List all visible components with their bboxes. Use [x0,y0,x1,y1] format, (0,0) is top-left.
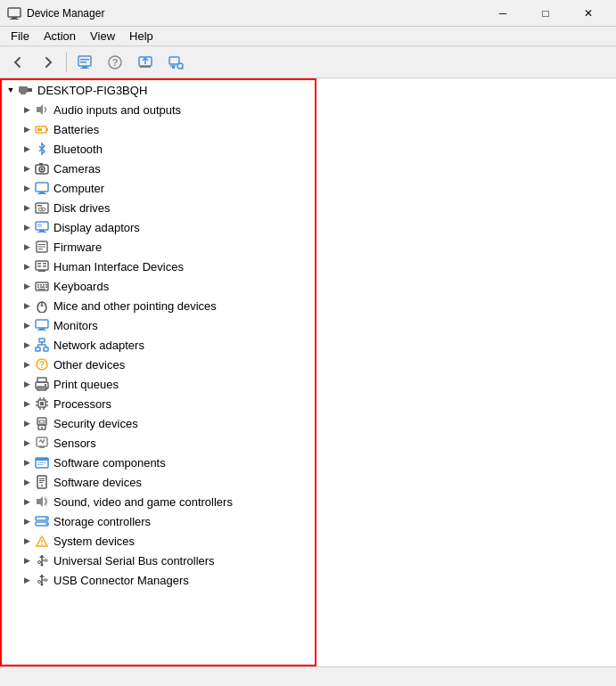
tree-item-system[interactable]: ▶ System devices [2,531,315,551]
mice-arrow[interactable]: ▶ [20,298,34,313]
tree-item-print[interactable]: ▶ Print queues [2,374,315,394]
tree-item-mice[interactable]: ▶ Mice and other pointing devices [2,296,315,315]
usbconn-icon [34,572,50,588]
tree-item-usb[interactable]: ▶ Universal Serial Bus controllers [2,551,315,570]
display-icon [34,219,50,235]
tree-item-keyboards[interactable]: ▶ Keyboards [2,276,315,296]
hid-arrow[interactable]: ▶ [20,259,34,274]
network-arrow[interactable]: ▶ [20,338,34,352]
tree-item-softcomp[interactable]: ▶ Software components [2,453,315,472]
display-arrow[interactable]: ▶ [20,220,34,234]
help-button[interactable]: ? [101,50,129,75]
maximize-button[interactable]: □ [525,0,566,27]
tree-item-sensors[interactable]: ▶ Sensors [2,433,315,453]
svg-rect-67 [44,347,48,351]
tree-item-monitors[interactable]: ▶ Monitors [2,315,315,335]
processors-label: Processors [53,397,111,411]
usb-arrow[interactable]: ▶ [20,553,34,568]
tree-root[interactable]: ▼ DESKTOP-FIG3BQH [2,80,315,100]
softcomp-arrow[interactable]: ▶ [20,455,34,470]
tree-item-audio[interactable]: ▶ Audio inputs and outputs [2,100,315,119]
tree-item-softdev[interactable]: ▶ Software devices [2,472,315,492]
svg-rect-47 [43,263,46,265]
svg-rect-90 [39,421,45,423]
svg-rect-96 [36,458,48,461]
tree-item-security[interactable]: ▶ Security devices [2,413,315,433]
svg-line-17 [182,68,183,69]
svg-text:?: ? [112,57,119,68]
svg-point-103 [41,485,43,486]
storage-label: Storage controllers [53,515,151,528]
svg-rect-38 [37,232,46,233]
tree-item-computer[interactable]: ▶ Computer [2,178,315,198]
svg-rect-101 [39,480,45,481]
svg-marker-120 [39,575,45,577]
root-icon [18,82,34,98]
sound-arrow[interactable]: ▶ [20,494,34,509]
tree-item-sound[interactable]: ▶ Sound, video and game controllers [2,492,315,511]
svg-point-34 [41,208,43,210]
tree-item-cameras[interactable]: ▶ Cameras [2,159,315,178]
svg-rect-63 [39,328,45,330]
softdev-arrow[interactable]: ▶ [20,475,34,489]
tree-item-firmware[interactable]: ▶ Firmware [2,237,315,257]
security-arrow[interactable]: ▶ [20,416,34,430]
svg-rect-0 [8,8,21,17]
mice-icon [34,298,50,314]
properties-button[interactable] [70,50,99,75]
storage-arrow[interactable]: ▶ [20,514,34,528]
security-label: Security devices [53,417,138,430]
sound-icon [34,494,50,510]
tree-item-network[interactable]: ▶ Network adapters [2,335,315,355]
other-label: Other devices [53,358,125,372]
monitors-arrow[interactable]: ▶ [20,318,34,332]
root-expand-arrow[interactable]: ▼ [4,83,18,97]
device-tree-panel[interactable]: ▼ DESKTOP-FIG3BQH ▶ Audio inputs and out… [0,78,316,666]
sensors-arrow[interactable]: ▶ [20,436,34,450]
usbconn-arrow[interactable]: ▶ [20,573,34,587]
other-arrow[interactable]: ▶ [20,357,34,372]
audio-arrow[interactable]: ▶ [20,102,34,117]
tree-item-hid[interactable]: ▶ Human Interface Devices [2,257,315,276]
forward-button[interactable] [34,50,62,75]
tree-item-other[interactable]: ▶ ? Other devices [2,355,315,374]
minimize-button[interactable]: ─ [482,0,523,27]
keyboards-label: Keyboards [53,280,109,293]
firmware-arrow[interactable]: ▶ [20,240,34,254]
tree-item-processors[interactable]: ▶ Processors [2,394,315,413]
update-driver-button[interactable] [131,50,160,75]
bluetooth-arrow[interactable]: ▶ [20,142,34,156]
tree-item-storage[interactable]: ▶ Storage controllers [2,511,315,531]
usb-icon [34,552,50,568]
menu-file[interactable]: File [4,27,37,46]
cameras-arrow[interactable]: ▶ [20,161,34,176]
menu-view[interactable]: View [83,27,122,46]
print-arrow[interactable]: ▶ [20,377,34,391]
usb-label: Universal Serial Bus controllers [53,554,215,568]
tree-item-bluetooth[interactable]: ▶ Bluetooth [2,139,315,159]
sound-label: Sound, video and game controllers [53,495,233,509]
system-arrow[interactable]: ▶ [20,534,34,548]
scan-hardware-button[interactable] [161,50,190,75]
close-button[interactable]: ✕ [568,0,609,27]
processors-arrow[interactable]: ▶ [20,396,34,411]
menu-help[interactable]: Help [122,27,160,46]
svg-rect-39 [37,224,42,227]
batteries-arrow[interactable]: ▶ [20,122,34,136]
svg-rect-121 [45,579,47,581]
softcomp-label: Software components [53,456,166,470]
menu-action[interactable]: Action [37,27,83,46]
softdev-icon [34,474,50,490]
disk-arrow[interactable]: ▶ [20,200,34,215]
tree-item-batteries[interactable]: ▶ Batteries [2,119,315,139]
tree-item-display[interactable]: ▶ Display adaptors [2,217,315,237]
tree-item-disk[interactable]: ▶ Disk drives [2,198,315,217]
tree-item-usbconn[interactable]: ▶ USB Connector Managers [2,570,315,590]
svg-point-116 [38,561,41,564]
computer-arrow[interactable]: ▶ [20,181,34,195]
keyboards-arrow[interactable]: ▶ [20,279,34,293]
svg-rect-30 [39,192,45,193]
bluetooth-icon [34,141,50,157]
svg-rect-53 [43,284,45,286]
back-button[interactable] [4,50,32,75]
